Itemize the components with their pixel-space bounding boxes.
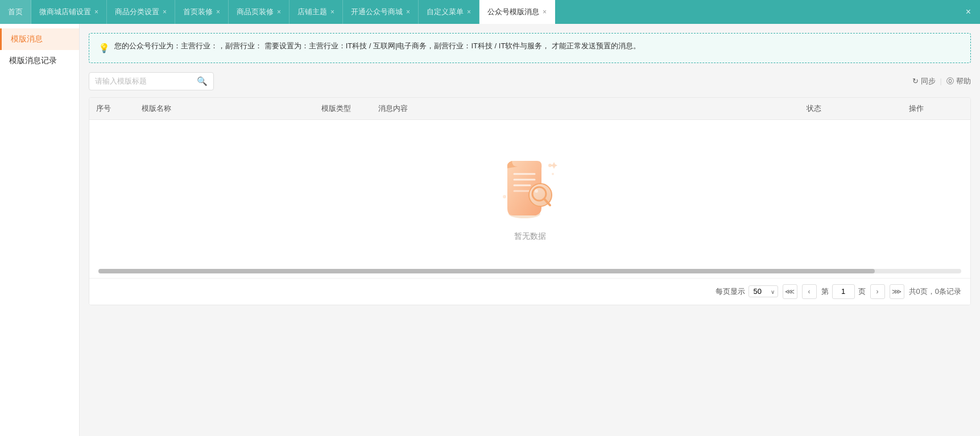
nav-tab-theme-close[interactable]: × xyxy=(330,8,334,16)
svg-point-8 xyxy=(535,189,538,193)
pagination: 每页显示 10 20 50 100 ⋘ ‹ xyxy=(89,278,970,305)
page-size-label: 每页显示 xyxy=(716,286,745,297)
last-page-icon: ⋙ xyxy=(892,288,902,296)
sync-label: 同步 xyxy=(921,76,936,86)
page-size-container: 10 20 50 100 xyxy=(749,285,778,297)
page-size-select[interactable]: 10 20 50 100 xyxy=(749,285,778,297)
data-table: 序号 模版名称 模版类型 消息内容 状态 操作 xyxy=(89,97,971,305)
svg-point-11 xyxy=(503,195,506,198)
next-page-button[interactable]: › xyxy=(870,284,885,299)
notice-icon: 💡 xyxy=(98,41,110,56)
prev-page-icon: ‹ xyxy=(808,288,811,296)
nav-tab-template[interactable]: 公众号模版消息 × xyxy=(479,0,555,24)
empty-text: 暂无数据 xyxy=(514,231,546,242)
notice-prefix: 您的公众号行业为：主营行业：，副营行业： xyxy=(114,41,262,50)
nav-tab-weshop[interactable]: 微商城店铺设置 × xyxy=(31,0,107,24)
first-page-icon: ⋘ xyxy=(785,288,795,296)
nav-tab-category-label: 商品分类设置 xyxy=(115,7,159,17)
nav-tab-category[interactable]: 商品分类设置 × xyxy=(107,0,175,24)
page-unit: 页 xyxy=(858,286,866,297)
th-seq: 序号 xyxy=(89,98,135,119)
nav-tab-template-label: 公众号模版消息 xyxy=(487,7,539,17)
sidebar-item-template-record[interactable]: 模版消息记录 xyxy=(0,50,79,72)
help-label: 帮助 xyxy=(956,76,971,86)
nav-tab-custommenu-close[interactable]: × xyxy=(467,8,471,16)
search-input-wrap[interactable]: 🔍 xyxy=(89,72,214,90)
main-layout: 模版消息 模版消息记录 💡 您的公众号行业为：主营行业：，副营行业： 需要设置为… xyxy=(0,24,980,436)
nav-tab-template-close[interactable]: × xyxy=(543,8,547,16)
empty-icon xyxy=(496,154,564,222)
svg-point-10 xyxy=(552,173,554,175)
nav-tab-mall[interactable]: 开通公众号商城 × xyxy=(343,0,419,24)
table-header: 序号 模版名称 模版类型 消息内容 状态 操作 xyxy=(89,98,970,120)
search-actions: ↻ 同步 | ⓪ 帮助 xyxy=(912,76,971,86)
empty-state: 暂无数据 xyxy=(89,120,970,264)
nav-tab-product[interactable]: 商品页装修 × xyxy=(229,0,290,24)
nav-tab-custommenu-label: 自定义菜单 xyxy=(427,7,464,17)
search-input[interactable] xyxy=(95,77,197,85)
nav-tab-theme-label: 店铺主题 xyxy=(297,7,327,17)
nav-tab-mall-close[interactable]: × xyxy=(406,8,410,16)
th-name: 模版名称 xyxy=(135,98,315,119)
nav-tab-product-close[interactable]: × xyxy=(277,8,281,16)
nav-tab-weshop-close[interactable]: × xyxy=(94,8,98,16)
th-status: 状态 xyxy=(800,98,902,119)
nav-tab-homepage[interactable]: 首页装修 × xyxy=(175,0,229,24)
sidebar-item-template-record-label: 模版消息记录 xyxy=(9,56,57,65)
nav-tab-product-label: 商品页装修 xyxy=(237,7,274,17)
th-content: 消息内容 xyxy=(371,98,800,119)
scroll-track[interactable] xyxy=(98,269,961,273)
nav-tab-homepage-label: 首页装修 xyxy=(183,7,213,17)
help-icon: ⓪ xyxy=(946,76,954,86)
action-divider: | xyxy=(940,77,942,85)
th-action: 操作 xyxy=(902,98,970,119)
nav-tab-mall-label: 开通公众号商城 xyxy=(351,7,403,17)
page-input-wrap: 第 页 xyxy=(821,284,866,299)
scroll-thumb xyxy=(98,269,875,273)
nav-close-all-button[interactable]: × xyxy=(957,7,980,17)
last-page-button[interactable]: ⋙ xyxy=(890,284,904,299)
help-button[interactable]: ⓪ 帮助 xyxy=(946,76,971,86)
notice-highlight: 需要设置为：主营行业：IT科技 / 互联网|电子商务，副营行业：IT科技 / I… xyxy=(264,41,550,50)
page-size-wrap: 每页显示 10 20 50 100 xyxy=(716,285,778,297)
nav-tab-theme[interactable]: 店铺主题 × xyxy=(290,0,343,24)
sidebar-item-template-msg-label: 模版消息 xyxy=(11,34,43,43)
total-info: 共0页，0条记录 xyxy=(909,286,961,297)
first-page-button[interactable]: ⋘ xyxy=(783,284,797,299)
search-bar: 🔍 ↻ 同步 | ⓪ 帮助 xyxy=(89,72,971,90)
page-label: 第 xyxy=(821,286,829,297)
nav-tab-home[interactable]: 首页 xyxy=(0,0,31,24)
notice-suffix: 才能正常发送预置的消息。 xyxy=(552,41,640,50)
prev-page-button[interactable]: ‹ xyxy=(802,284,817,299)
sync-button[interactable]: ↻ 同步 xyxy=(912,76,936,86)
nav-tab-category-close[interactable]: × xyxy=(163,8,167,16)
sidebar-item-template-msg[interactable]: 模版消息 xyxy=(0,28,79,50)
content-area: 💡 您的公众号行业为：主营行业：，副营行业： 需要设置为：主营行业：IT科技 /… xyxy=(80,24,980,436)
notice-text: 您的公众号行业为：主营行业：，副营行业： 需要设置为：主营行业：IT科技 / 互… xyxy=(114,40,640,52)
nav-tab-custommenu[interactable]: 自定义菜单 × xyxy=(419,0,479,24)
next-page-icon: › xyxy=(876,288,879,296)
nav-tab-homepage-close[interactable]: × xyxy=(216,8,220,16)
nav-tab-home-label: 首页 xyxy=(8,7,23,17)
page-number-input[interactable] xyxy=(832,284,855,299)
sidebar: 模版消息 模版消息记录 xyxy=(0,24,80,436)
th-type: 模版类型 xyxy=(315,98,371,119)
search-icon[interactable]: 🔍 xyxy=(197,76,208,86)
sync-icon: ↻ xyxy=(912,77,919,85)
notice-box: 💡 您的公众号行业为：主营行业：，副营行业： 需要设置为：主营行业：IT科技 /… xyxy=(89,33,971,63)
nav-tab-weshop-label: 微商城店铺设置 xyxy=(39,7,91,17)
top-navigation: 首页 微商城店铺设置 × 商品分类设置 × 首页装修 × 商品页装修 × 店铺主… xyxy=(0,0,980,24)
